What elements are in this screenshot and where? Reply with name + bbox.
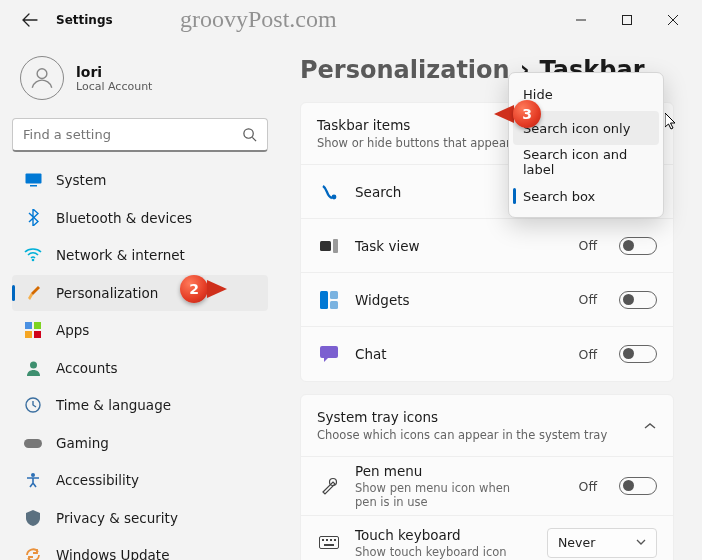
- toggle-switch[interactable]: [619, 345, 657, 363]
- svg-point-12: [30, 361, 37, 368]
- shield-icon: [24, 509, 42, 527]
- svg-rect-9: [34, 322, 41, 329]
- nav-label: Bluetooth & devices: [56, 210, 192, 226]
- update-icon: [24, 546, 42, 560]
- nav-label: Gaming: [56, 435, 109, 451]
- widgets-icon: [317, 288, 341, 312]
- avatar: [20, 56, 64, 100]
- nav-apps[interactable]: Apps: [12, 312, 268, 349]
- search-input[interactable]: [23, 127, 242, 142]
- svg-rect-23: [320, 536, 339, 548]
- section-subtitle: Choose which icons can appear in the sys…: [317, 428, 607, 442]
- svg-rect-1: [623, 16, 632, 25]
- nav-time[interactable]: Time & language: [12, 387, 268, 424]
- nav-privacy[interactable]: Privacy & security: [12, 500, 268, 537]
- nav-gaming[interactable]: Gaming: [12, 425, 268, 462]
- search-icon: [242, 127, 257, 142]
- svg-rect-5: [25, 174, 41, 184]
- user-name: lori: [76, 64, 152, 80]
- row-label: Chat: [355, 346, 565, 362]
- select-dropdown[interactable]: Never: [547, 528, 657, 558]
- toggle-switch[interactable]: [619, 291, 657, 309]
- row-pen-menu[interactable]: Pen menuShow pen menu icon when pen is i…: [301, 457, 673, 516]
- row-sublabel: Show touch keyboard icon: [355, 545, 533, 559]
- section-system-tray: System tray icons Choose which icons can…: [300, 394, 674, 560]
- chevron-down-icon: [636, 539, 646, 546]
- back-button[interactable]: [16, 6, 44, 34]
- section-title: System tray icons: [317, 409, 607, 425]
- nav-bluetooth[interactable]: Bluetooth & devices: [12, 200, 268, 237]
- dropdown-item-icon-label[interactable]: Search icon and label: [509, 145, 663, 179]
- nav-accounts[interactable]: Accounts: [12, 350, 268, 387]
- nav-personalization[interactable]: Personalization: [12, 275, 268, 312]
- row-taskview[interactable]: Task view Off: [301, 219, 673, 273]
- breadcrumb-parent[interactable]: Personalization: [300, 56, 510, 84]
- nav-label: Time & language: [56, 397, 171, 413]
- nav-label: Network & internet: [56, 247, 185, 263]
- dropdown-item-search-box[interactable]: Search box: [509, 179, 663, 213]
- minimize-button[interactable]: [558, 5, 604, 35]
- svg-rect-10: [25, 331, 32, 338]
- callout-badge: 2: [180, 275, 208, 303]
- svg-rect-17: [320, 241, 331, 251]
- wifi-icon: [24, 246, 42, 264]
- accessibility-icon: [24, 471, 42, 489]
- nav-label: Privacy & security: [56, 510, 178, 526]
- svg-line-4: [252, 137, 256, 141]
- clock-icon: [24, 396, 42, 414]
- toggle-state: Off: [579, 292, 597, 307]
- nav-label: Windows Update: [56, 547, 169, 560]
- nav-list: System Bluetooth & devices Network & int…: [12, 162, 268, 560]
- close-button[interactable]: [650, 5, 696, 35]
- nav-accessibility[interactable]: Accessibility: [12, 462, 268, 499]
- svg-rect-14: [24, 439, 42, 448]
- select-value: Never: [558, 535, 595, 550]
- apps-icon: [24, 321, 42, 339]
- paintbrush-icon: [24, 284, 42, 302]
- svg-point-2: [37, 69, 47, 79]
- svg-rect-26: [330, 539, 332, 541]
- nav-network[interactable]: Network & internet: [12, 237, 268, 274]
- nav-system[interactable]: System: [12, 162, 268, 199]
- row-sublabel: Show pen menu icon when pen is in use: [355, 481, 535, 509]
- window-title: Settings: [56, 13, 113, 27]
- svg-rect-11: [34, 331, 41, 338]
- row-widgets[interactable]: Widgets Off: [301, 273, 673, 327]
- maximize-button[interactable]: [604, 5, 650, 35]
- toggle-switch[interactable]: [619, 237, 657, 255]
- search-icon: [317, 180, 341, 204]
- title-bar: Settings: [0, 0, 702, 40]
- toggle-state: Off: [579, 238, 597, 253]
- taskview-icon: [317, 234, 341, 258]
- row-label: Touch keyboard: [355, 527, 533, 543]
- section-header[interactable]: System tray icons Choose which icons can…: [301, 395, 673, 456]
- row-label: Pen menu: [355, 463, 565, 479]
- nav-label: Accounts: [56, 360, 118, 376]
- keyboard-icon: [317, 531, 341, 555]
- nav-update[interactable]: Windows Update: [12, 537, 268, 560]
- row-chat[interactable]: Chat Off: [301, 327, 673, 381]
- toggle-switch[interactable]: [619, 477, 657, 495]
- svg-point-3: [244, 129, 253, 138]
- row-touch-keyboard[interactable]: Touch keyboardShow touch keyboard icon N…: [301, 516, 673, 560]
- svg-rect-24: [322, 539, 324, 541]
- svg-rect-27: [334, 539, 336, 541]
- svg-rect-6: [30, 185, 37, 187]
- svg-rect-8: [25, 322, 32, 329]
- chevron-up-icon: [643, 421, 657, 431]
- search-box[interactable]: [12, 118, 268, 152]
- toggle-state: Off: [579, 347, 597, 362]
- sidebar: lori Local Account System Bluetooth & de…: [0, 40, 280, 560]
- mouse-cursor: [665, 113, 679, 131]
- svg-point-15: [31, 473, 35, 477]
- user-card[interactable]: lori Local Account: [12, 48, 268, 118]
- nav-label: Apps: [56, 322, 89, 338]
- nav-label: System: [56, 172, 106, 188]
- svg-rect-25: [326, 539, 328, 541]
- svg-rect-20: [330, 291, 338, 299]
- search-dropdown: Hide Search icon only Search icon and la…: [508, 72, 664, 218]
- callout-badge: 3: [513, 100, 541, 128]
- pen-icon: [317, 474, 341, 498]
- bluetooth-icon: [24, 209, 42, 227]
- toggle-state: Off: [579, 479, 597, 494]
